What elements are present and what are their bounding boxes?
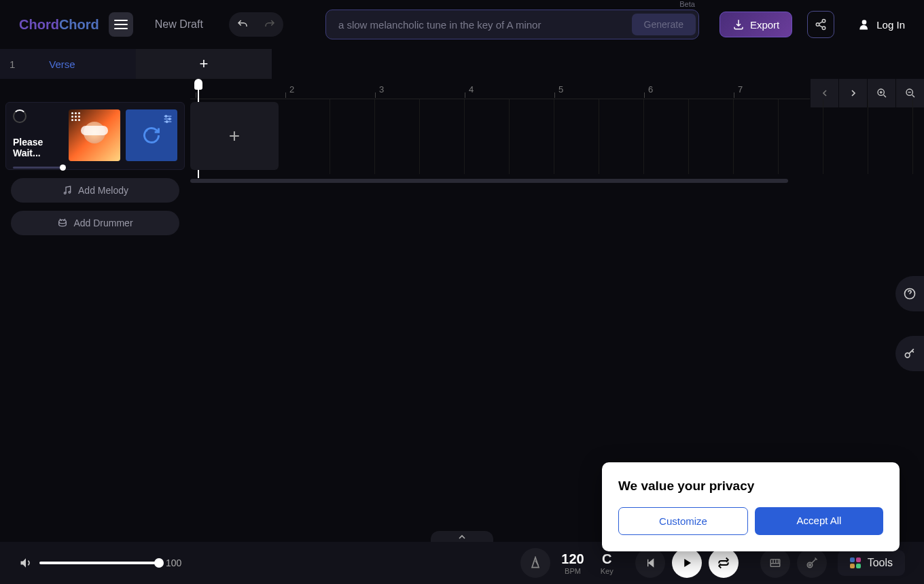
generate-button[interactable]: Generate	[632, 14, 696, 35]
svg-point-11	[69, 191, 71, 193]
svg-point-1	[817, 23, 820, 27]
track-status: Please Wait...	[13, 137, 63, 158]
tools-label: Tools	[868, 557, 893, 569]
loading-spinner-icon	[13, 109, 26, 123]
export-label: Export	[750, 19, 779, 31]
redo-button[interactable]	[256, 12, 283, 37]
undo-button[interactable]	[229, 12, 256, 37]
track-volume-slider[interactable]	[13, 167, 63, 169]
track-artwork	[69, 109, 120, 161]
prompt-input[interactable]	[329, 19, 632, 31]
key-value: C	[601, 551, 614, 567]
track-row: +	[190, 99, 924, 174]
melody-icon	[62, 185, 73, 196]
section-tab[interactable]: 1 Verse	[0, 49, 136, 79]
play-button[interactable]	[672, 548, 702, 578]
sparkle-refresh-icon	[142, 126, 161, 145]
logo[interactable]: ChordChord	[19, 17, 99, 33]
chevron-up-icon	[457, 532, 467, 543]
cookie-banner: We value your privacy Customize Accept A…	[602, 462, 900, 551]
drag-grip-icon[interactable]	[71, 112, 81, 122]
svg-point-2	[823, 27, 826, 30]
skip-back-icon	[645, 557, 656, 568]
guitar-icon	[806, 557, 818, 569]
login-label: Log In	[876, 19, 905, 31]
apps-grid-icon	[850, 557, 861, 568]
share-icon	[815, 18, 827, 31]
project-title[interactable]: New Draft	[155, 18, 203, 31]
svg-point-3	[862, 20, 867, 24]
master-volume-slider[interactable]	[39, 562, 159, 564]
metronome-icon	[529, 556, 542, 570]
hamburger-icon	[114, 20, 128, 29]
help-icon	[903, 287, 917, 300]
svg-point-9	[166, 121, 168, 123]
chevron-right-icon	[848, 88, 859, 99]
play-icon	[681, 557, 693, 569]
guitar-button[interactable]	[797, 548, 827, 578]
piano-icon	[769, 557, 781, 569]
add-drummer-button[interactable]: Add Drummer	[11, 211, 179, 235]
svg-point-0	[823, 20, 826, 23]
svg-point-7	[165, 116, 167, 118]
piano-button[interactable]	[760, 548, 790, 578]
svg-point-8	[168, 118, 171, 120]
svg-point-19	[808, 564, 811, 566]
loop-icon	[717, 557, 730, 569]
bpm-control[interactable]: 120 BPM	[561, 551, 584, 575]
horizontal-scrollbar[interactable]	[190, 179, 924, 183]
download-icon	[732, 18, 745, 31]
volume-value: 100	[166, 557, 181, 568]
bpm-label: BPM	[561, 567, 584, 575]
add-drummer-label: Add Drummer	[73, 218, 132, 228]
track-card[interactable]: Please Wait...	[5, 102, 185, 170]
export-button[interactable]: Export	[719, 12, 792, 37]
login-button[interactable]: Log In	[857, 18, 905, 31]
key-icon	[903, 347, 917, 360]
svg-point-10	[64, 192, 66, 194]
ruler-mark: 5	[558, 84, 563, 95]
svg-point-12	[59, 220, 67, 223]
ruler-mark: 7	[738, 84, 743, 95]
loop-button[interactable]	[709, 548, 739, 578]
drum-icon	[57, 218, 68, 228]
ruler-mark: 6	[648, 84, 653, 95]
hamburger-menu-button[interactable]	[109, 12, 133, 37]
cookie-customize-button[interactable]: Customize	[618, 507, 748, 535]
add-melody-button[interactable]: Add Melody	[11, 178, 179, 203]
ruler-mark: 2	[289, 84, 294, 95]
chevron-left-icon	[819, 88, 830, 99]
zoom-in-icon	[876, 88, 887, 99]
key-label: Key	[601, 567, 614, 575]
add-melody-label: Add Melody	[78, 185, 128, 196]
rewind-button[interactable]	[635, 548, 665, 578]
user-icon	[857, 18, 871, 31]
redo-icon	[264, 18, 276, 31]
sliders-icon[interactable]	[162, 114, 173, 124]
share-button[interactable]	[807, 11, 834, 38]
cookie-accept-button[interactable]: Accept All	[755, 507, 883, 535]
cookie-title: We value your privacy	[618, 479, 883, 494]
ruler-mark: 4	[469, 84, 474, 95]
section-name: Verse	[49, 58, 75, 70]
add-section-button[interactable]: +	[136, 49, 272, 79]
volume-icon[interactable]	[19, 556, 33, 570]
metronome-button[interactable]	[520, 548, 550, 578]
key-control[interactable]: C Key	[601, 551, 614, 575]
add-chord-block[interactable]: +	[190, 102, 279, 170]
track-regenerate-panel[interactable]	[126, 109, 177, 161]
bpm-value: 120	[561, 551, 584, 567]
undo-icon	[236, 18, 249, 31]
ruler-mark: 3	[379, 84, 384, 95]
tools-button[interactable]: Tools	[838, 550, 905, 576]
section-number: 1	[10, 58, 15, 70]
zoom-out-icon	[905, 88, 916, 99]
beta-badge: Beta	[679, 0, 695, 8]
